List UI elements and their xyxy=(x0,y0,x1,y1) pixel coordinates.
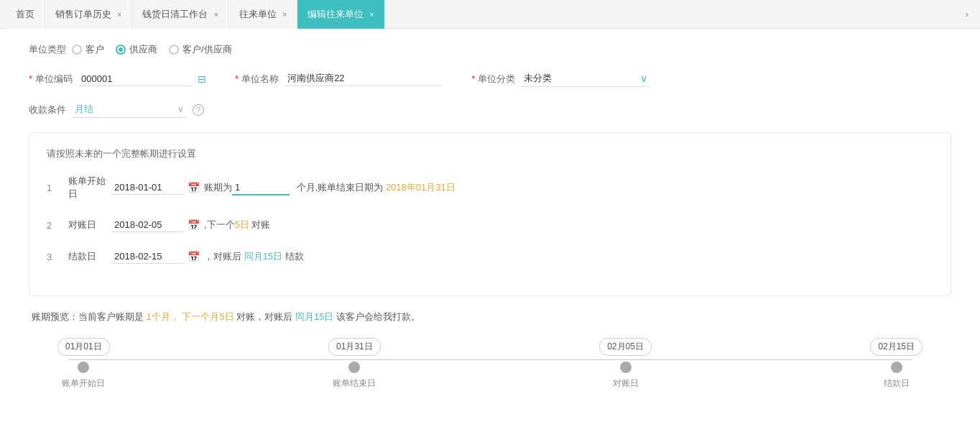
tl-label-4: 结款日 xyxy=(884,377,910,390)
tl-badge-4: 02月15日 xyxy=(870,338,923,356)
tab-sales-history[interactable]: 销售订单历史 × xyxy=(45,0,132,29)
unit-name-label: 单位名称 xyxy=(241,73,279,86)
unit-code-label: 单位编码 xyxy=(35,73,73,86)
reconcile-day-highlight: 5日 xyxy=(235,219,249,230)
tl-dot-1 xyxy=(78,362,89,373)
settlement-suffix: 结款 xyxy=(285,251,304,262)
start-date-input[interactable] xyxy=(111,180,183,195)
tl-label-2: 账单结束日 xyxy=(333,377,376,390)
settlement-desc: ，对账后 同月15日 结款 xyxy=(204,250,304,263)
unit-category-group: * 单位分类 未分类 ∨ xyxy=(471,70,650,87)
tab-partner-units-close[interactable]: × xyxy=(282,10,287,19)
timeline: 01月01日 账单开始日 01月31日 账单结束日 02月05日 对账日 xyxy=(29,338,951,390)
timeline-point-4: 02月15日 结款日 xyxy=(870,338,923,390)
tl-badge-1: 01月01日 xyxy=(57,338,110,356)
unit-name-input[interactable] xyxy=(285,72,443,86)
setting-row-3: 3 结款日 📅 ，对账后 同月15日 结款 xyxy=(47,249,933,264)
select-arrow-icon: ∨ xyxy=(177,104,184,114)
page-content: 单位类型 客户 供应商 客户/供应商 * 单位编码 ⊟ * 单位名称 xyxy=(0,29,980,437)
preview-text: 账期预览：当前客户账期是 1个月， 下一个月5日 对账，对账后 同月15日 该客… xyxy=(29,310,951,323)
preview-part5: 该客户会给我打款。 xyxy=(336,311,420,322)
timeline-points: 01月01日 账单开始日 01月31日 账单结束日 02月05日 对账日 xyxy=(57,338,923,390)
preview-part3: 对账，对账后 xyxy=(236,311,292,322)
period-input[interactable] xyxy=(232,180,290,196)
tl-label-3: 对账日 xyxy=(613,377,639,390)
unit-code-input[interactable] xyxy=(78,72,193,86)
settlement-date-input[interactable] xyxy=(111,249,183,264)
copy-icon[interactable]: ⊟ xyxy=(198,73,206,85)
radio-customer-circle xyxy=(72,45,82,55)
tabs-bar: 首页 销售订单历史 × 钱货日清工作台 × 往来单位 × 编辑往来单位 × › xyxy=(0,0,980,29)
tab-cash-work-close[interactable]: × xyxy=(213,10,218,19)
row-num-2: 2 xyxy=(47,220,61,231)
unit-name-group: * 单位名称 xyxy=(235,72,443,86)
help-icon[interactable]: ? xyxy=(193,104,204,116)
tl-badge-2: 01月31日 xyxy=(328,338,381,356)
end-date-highlight: 2018年01月31日 xyxy=(386,181,456,194)
unit-code-group: * 单位编码 ⊟ xyxy=(29,72,206,86)
setting-row-2: 2 对账日 📅 ,下一个5日 对账 xyxy=(47,218,933,232)
period-label: 账期为 xyxy=(204,181,232,194)
setting-row-1: 1 账单开始日 📅 账期为 个月,账单结束日期为 2018年01月31日 xyxy=(47,175,933,201)
radio-supplier[interactable]: 供应商 xyxy=(116,43,157,56)
start-date-calendar-icon[interactable]: 📅 xyxy=(188,182,200,193)
tab-home[interactable]: 首页 xyxy=(6,0,45,29)
unit-type-radio-group: 客户 供应商 客户/供应商 xyxy=(72,43,232,56)
unit-category-value: 未分类 xyxy=(524,72,640,85)
chevron-down-icon: ∨ xyxy=(640,73,647,84)
tab-edit-partner-close[interactable]: × xyxy=(369,10,374,19)
timeline-point-3: 02月05日 对账日 xyxy=(599,338,652,390)
unit-type-row: 单位类型 客户 供应商 客户/供应商 xyxy=(29,43,951,56)
tl-dot-3 xyxy=(620,362,632,373)
reconcile-desc: ,下一个5日 对账 xyxy=(204,218,270,231)
tab-cash-work[interactable]: 钱货日清工作台 × xyxy=(132,0,228,29)
tl-label-1: 账单开始日 xyxy=(62,377,105,390)
tl-dot-4 xyxy=(891,362,902,373)
unit-info-row: * 单位编码 ⊟ * 单位名称 * 单位分类 未分类 ∨ xyxy=(29,70,951,87)
payment-terms-value: 月结 xyxy=(75,103,173,116)
payment-terms-row: 收款条件 月结 ∨ ? xyxy=(29,101,951,118)
row-num-1: 1 xyxy=(47,183,61,193)
tabs-nav-arrow[interactable]: › xyxy=(960,9,974,19)
timeline-point-1: 01月01日 账单开始日 xyxy=(57,338,110,390)
payment-terms-select[interactable]: 月结 ∨ xyxy=(72,101,187,118)
row-type-2: 对账日 xyxy=(68,218,111,231)
unit-category-select[interactable]: 未分类 ∨ xyxy=(521,70,650,87)
unit-type-label: 单位类型 xyxy=(29,43,66,56)
reconcile-date-input[interactable] xyxy=(111,218,183,232)
radio-customer-supplier-circle xyxy=(169,45,179,55)
tab-sales-history-close[interactable]: × xyxy=(117,10,121,19)
timeline-point-2: 01月31日 账单结束日 xyxy=(328,338,381,390)
row-type-3: 结款日 xyxy=(68,250,111,263)
section-description: 请按照未来的一个完整帐期进行设置 xyxy=(47,147,933,160)
settlement-day-highlight: 同月15日 xyxy=(244,251,282,262)
tab-edit-partner[interactable]: 编辑往来单位 × xyxy=(297,0,384,29)
tl-dot-2 xyxy=(348,362,360,373)
settlement-date-calendar-icon[interactable]: 📅 xyxy=(188,251,200,262)
row-type-1: 账单开始日 xyxy=(68,175,111,201)
row-num-3: 3 xyxy=(47,252,61,262)
preview-part4: 同月15日 xyxy=(295,311,333,322)
radio-customer[interactable]: 客户 xyxy=(72,43,104,56)
radio-supplier-circle xyxy=(116,45,126,55)
unit-category-label: 单位分类 xyxy=(478,73,515,86)
reconcile-suffix: 对账 xyxy=(251,219,270,230)
settings-section: 请按照未来的一个完整帐期进行设置 1 账单开始日 📅 账期为 个月,账单结束日期… xyxy=(29,132,951,296)
preview-part2: 下一个月5日 xyxy=(182,311,234,322)
payment-terms-label: 收款条件 xyxy=(29,104,66,116)
period-unit-text: 个月,账单结束日期为 xyxy=(294,181,386,194)
reconcile-date-calendar-icon[interactable]: 📅 xyxy=(188,219,200,231)
radio-customer-supplier[interactable]: 客户/供应商 xyxy=(169,43,232,56)
tl-badge-3: 02月05日 xyxy=(599,338,652,356)
preview-part1: 1个月， xyxy=(147,311,180,322)
tab-partner-units[interactable]: 往来单位 × xyxy=(229,0,297,29)
